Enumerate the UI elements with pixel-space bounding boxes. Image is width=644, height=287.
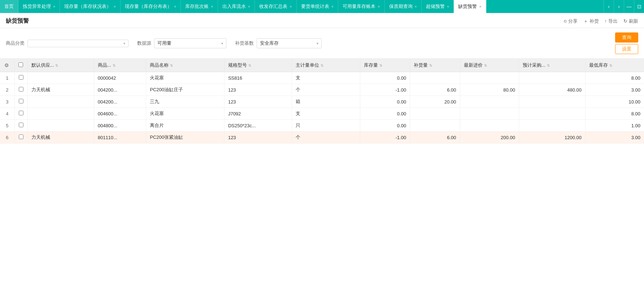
nav-tab-close-10[interactable]: ×: [447, 4, 449, 9]
row-checkbox-3[interactable]: [19, 111, 23, 115]
nav-tab-close-4[interactable]: ×: [211, 4, 213, 9]
col-unit: 主计量单位 ⇅: [292, 59, 360, 72]
sort-stock[interactable]: 库存量 ⇅: [364, 62, 382, 69]
row-spec-3: J7092: [224, 108, 292, 120]
datasource-filter-group: 数据源 可用量 ▾: [137, 38, 226, 48]
row-supplier-1: 力天机械: [27, 84, 94, 96]
row-unit-5: 个: [292, 132, 360, 144]
category-select[interactable]: ▾: [27, 40, 129, 47]
settings-button[interactable]: 设置: [615, 44, 638, 54]
sort-min-stock[interactable]: 最低库存 ⇅: [589, 62, 612, 69]
table-row: 3004200...三九123箱0.0020.0010.00: [0, 96, 644, 108]
col-stock: 库存量 ⇅: [360, 59, 410, 72]
row-replenish-qty-3: [410, 108, 460, 120]
table-row: 2力天机械004200...PC200油缸庄子123个-1.006.0080.0…: [0, 84, 644, 96]
nav-tab-7[interactable]: 要货单统计表×: [297, 0, 338, 13]
sort-icon-spec: ⇅: [248, 63, 251, 67]
share-button[interactable]: ⎋ 分享: [564, 18, 578, 25]
refresh-button[interactable]: ↻ 刷新: [623, 18, 638, 25]
row-checkbox-1[interactable]: [19, 87, 23, 92]
nav-tab-11[interactable]: 缺货预警×: [454, 0, 486, 13]
row-min-stock-1: 3.00: [586, 84, 644, 96]
row-product-code-0: 0000042: [94, 72, 146, 84]
export-button[interactable]: ↑ 导出: [605, 18, 618, 25]
nav-tab-5[interactable]: 出入库流水×: [218, 0, 255, 13]
nav-tab-close-7[interactable]: ×: [331, 4, 334, 9]
nav-tab-close-1[interactable]: ×: [53, 4, 55, 9]
row-spec-4: DS250*23c...: [224, 120, 292, 132]
row-estimated-purchase-2: [519, 96, 585, 108]
datasource-select[interactable]: 可用量 ▾: [154, 38, 226, 48]
nav-next-btn[interactable]: ›: [614, 0, 624, 13]
row-product-name-1: PC200油缸庄子: [146, 84, 225, 96]
row-checkbox-5[interactable]: [19, 134, 23, 139]
row-product-name-5: PC200张紧油缸: [146, 132, 225, 144]
col-replenish-qty: 补货量 ⇅: [410, 59, 460, 72]
filter-actions: 查询 设置: [615, 32, 638, 54]
datasource-label: 数据源: [137, 40, 151, 47]
sort-replenish-qty[interactable]: 补货量 ⇅: [414, 62, 432, 69]
sort-unit[interactable]: 主计量单位 ⇅: [296, 62, 323, 69]
replenish-basis-select[interactable]: 安全库存 ▾: [257, 38, 322, 48]
row-stock-2: 0.00: [360, 96, 410, 108]
sort-product-name[interactable]: 商品名称 ⇅: [150, 62, 173, 69]
sort-spec[interactable]: 规格型号 ⇅: [228, 62, 251, 69]
nav-tab-8[interactable]: 可用量库存账本×: [338, 0, 384, 13]
category-chevron-icon: ▾: [123, 41, 125, 45]
sort-product-code[interactable]: 商品... ⇅: [98, 62, 116, 69]
row-unit-4: 只: [292, 120, 360, 132]
nav-tab-2[interactable]: 现存量（库存状况表）×: [60, 0, 120, 13]
row-supplier-5: 力天机械: [27, 132, 94, 144]
row-num-0: 1: [0, 72, 14, 84]
row-supplier-0: [27, 72, 94, 84]
row-checkbox-cell-0: [14, 72, 27, 84]
row-estimated-purchase-3: [519, 108, 585, 120]
query-button[interactable]: 查询: [615, 32, 638, 43]
nav-maximize-btn[interactable]: ⊡: [634, 0, 644, 13]
nav-tab-10[interactable]: 超储预警×: [422, 0, 454, 13]
row-product-code-1: 004200...: [94, 84, 146, 96]
share-icon: ⎋: [564, 18, 567, 24]
row-checkbox-4[interactable]: [19, 123, 23, 127]
nav-tab-close-9[interactable]: ×: [415, 4, 417, 9]
replenish-button[interactable]: ＋ 补货: [583, 18, 599, 25]
table-settings-button[interactable]: ⚙: [4, 62, 10, 69]
top-nav: 首页拣货异常处理×现存量（库存状况表）×现存量（库存分布表）×库存批次账×出入库…: [0, 0, 644, 13]
nav-tab-close-2[interactable]: ×: [113, 4, 116, 9]
nav-tab-close-8[interactable]: ×: [378, 4, 380, 9]
nav-tab-9[interactable]: 保质期查询×: [385, 0, 422, 13]
select-all-checkbox[interactable]: [18, 62, 23, 67]
filter-bar: 商品分类 ▾ 数据源 可用量 ▾ 补货基数 安全库存 ▾ 查询 设置: [0, 28, 644, 59]
nav-tab-4[interactable]: 库存批次账×: [181, 0, 218, 13]
sort-icon-estimated: ⇅: [547, 63, 550, 67]
nav-tab-close-3[interactable]: ×: [174, 4, 176, 9]
nav-tab-0[interactable]: 首页: [0, 0, 18, 13]
nav-minimize-btn[interactable]: —: [624, 0, 634, 13]
row-checkbox-2[interactable]: [19, 99, 23, 103]
col-checkbox: [14, 59, 27, 72]
row-estimated-purchase-4: [519, 120, 585, 132]
col-product-code: 商品... ⇅: [94, 59, 146, 72]
row-checkbox-cell-2: [14, 96, 27, 108]
nav-tab-close-5[interactable]: ×: [248, 4, 250, 9]
row-checkbox-0[interactable]: [19, 75, 23, 80]
datasource-select-value: 可用量: [157, 40, 171, 47]
sort-latest-price[interactable]: 最新进价 ⇅: [464, 62, 487, 69]
category-filter-group: 商品分类 ▾: [6, 40, 129, 47]
nav-tab-close-11[interactable]: ×: [479, 4, 481, 9]
sort-estimated-purchase[interactable]: 预计采购... ⇅: [523, 62, 550, 69]
nav-tab-1[interactable]: 拣货异常处理×: [18, 0, 60, 13]
col-spec: 规格型号 ⇅: [224, 59, 292, 72]
table-row: 4004600...火花塞J7092支0.008.00: [0, 108, 644, 120]
nav-tab-3[interactable]: 现存量（库存分布表）×: [121, 0, 181, 13]
row-latest-price-4: [460, 120, 519, 132]
refresh-icon: ↻: [623, 18, 627, 24]
row-stock-0: 0.00: [360, 72, 410, 84]
nav-prev-btn[interactable]: ‹: [604, 0, 614, 13]
sort-default-supplier[interactable]: 默认供应... ⇅: [31, 62, 58, 69]
datasource-chevron-icon: ▾: [221, 41, 223, 45]
nav-tab-close-6[interactable]: ×: [290, 4, 292, 9]
row-replenish-qty-1: 6.00: [410, 84, 460, 96]
col-product-name: 商品名称 ⇅: [146, 59, 225, 72]
nav-tab-6[interactable]: 收发存汇总表×: [255, 0, 296, 13]
